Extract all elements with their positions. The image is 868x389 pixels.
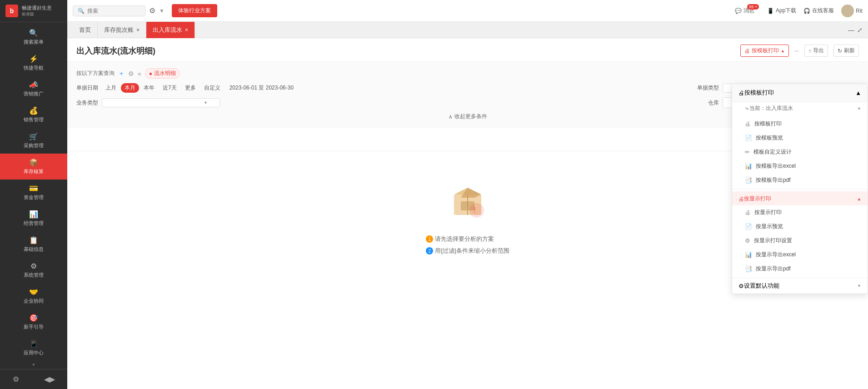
message-item[interactable]: 💬 消息 99 + [735, 7, 754, 15]
dropdown-item-template-custom[interactable]: ✏ 模板自定义设计 [732, 145, 868, 159]
sidebar-item-system[interactable]: ⚙ 系统管理 [0, 257, 67, 283]
tab-batch-account-label: 库存批次账 [104, 26, 134, 34]
display-export-pdf-icon: 📑 [745, 265, 752, 272]
search-icon: 🔍 [29, 29, 38, 37]
user-avatar [841, 5, 854, 17]
template-export-pdf-label: 按模板导出pdf [756, 176, 791, 184]
tab-minimize-icon[interactable]: — [848, 26, 854, 34]
template-print-chevron-up-icon: ▲ [781, 49, 785, 53]
settings-gear-icon[interactable]: ⚙ [13, 375, 19, 384]
search-label-text: 按以下方案查询 [76, 70, 115, 77]
template-custom-icon: ✏ [745, 149, 750, 155]
sidebar-item-sales[interactable]: 💰 销售管理 [0, 102, 67, 128]
display-print-settings-icon: ⚙ [745, 237, 750, 244]
basic-icon: 📋 [29, 236, 38, 244]
export-btn[interactable]: ↑ 导出 [804, 45, 828, 57]
user-profile-item[interactable]: Rit [841, 5, 863, 17]
dropdown-header-icon: 🖨 [738, 90, 744, 96]
topbar: 🔍 ⚙ ▼ 体验行业方案 💬 消息 99 + 📱 App下载 🎧 在线客服 [67, 0, 868, 22]
sidebar-label-business: 经营管理 [24, 220, 44, 227]
sidebar-item-quicknav[interactable]: ⚡ 快捷导航 [0, 50, 67, 76]
sidebar-item-business[interactable]: 📊 经营管理 [0, 205, 67, 231]
industry-btn[interactable]: 体验行业方案 [172, 4, 217, 17]
topbar-search-input[interactable] [87, 8, 140, 14]
finance-icon: 💳 [29, 184, 38, 193]
sidebar-label-inventory: 库存核算 [24, 168, 44, 175]
logo-icon: b [5, 5, 18, 17]
filter-tag[interactable]: ● 流水明细 [145, 68, 180, 79]
dropdown-item-display-export-excel[interactable]: 📊 按显示导出excel [732, 248, 868, 262]
dropdown-item-display-print-settings[interactable]: ⚙ 按显示打印设置 [732, 234, 868, 248]
app-download-item[interactable]: 📱 App下载 [767, 7, 796, 15]
default-settings-icon: ⚙ [738, 283, 744, 289]
dropdown-item-display-preview[interactable]: 📄 按显示预览 [732, 219, 868, 234]
tab-inventory-flow-close[interactable]: × [185, 27, 188, 33]
svg-text:!: ! [474, 205, 476, 214]
sidebar-item-guide[interactable]: 🎯 新手引导 [0, 309, 67, 335]
main-area: 🔍 ⚙ ▼ 体验行业方案 💬 消息 99 + 📱 App下载 🎧 在线客服 [67, 0, 868, 389]
search-left-chevron-icon[interactable]: « [138, 70, 141, 77]
sidebar-item-enterprise[interactable]: 🤝 企业协同 [0, 283, 67, 309]
tip1-text: 请先选择要分析的方案 [435, 235, 494, 243]
dropdown-header: 🖨 按模板打印 ▲ [732, 84, 868, 102]
tab-home[interactable]: 首页 [73, 22, 98, 38]
date-tab-more[interactable]: 更多 [181, 83, 200, 93]
phone-icon: 📱 [767, 8, 774, 14]
page-content: 出入库流水(流水明细) 🖨 按模板打印 ▲ ··· ↑ 导出 ↻ 刷新 [67, 38, 868, 389]
dropdown-item-display-export-pdf[interactable]: 📑 按显示导出pdf [732, 262, 868, 276]
display-export-excel-label: 按显示导出excel [756, 251, 796, 259]
template-print-btn[interactable]: 🖨 按模板打印 ▲ [740, 45, 789, 57]
online-service-item[interactable]: 🎧 在线客服 [803, 7, 834, 15]
dropdown-item-template-export-pdf[interactable]: 📑 按模板导出pdf [732, 173, 868, 187]
business-icon: 📊 [29, 210, 38, 219]
date-tab-thisyear[interactable]: 本年 [140, 83, 158, 93]
sidebar-item-marketing[interactable]: 📣 营销推广 [0, 76, 67, 102]
sidebar-label-sales: 销售管理 [24, 116, 44, 123]
more-options-icon[interactable]: ··· [794, 48, 799, 54]
marketing-icon: 📣 [29, 80, 38, 89]
refresh-btn[interactable]: ↻ 刷新 [833, 45, 859, 57]
sidebar-item-inventory[interactable]: 📦 库存核算 [0, 154, 67, 180]
dropdown-item-template-print[interactable]: 🖨 按模板打印 [732, 117, 868, 131]
dropdown-display-section: 🖨 按显示打印 ▲ 🖨 按显示打印 📄 按显示预览 ⚙ 按显示打印设置 [732, 190, 868, 278]
toggle-sidebar-icon[interactable]: ◀▶ [44, 375, 55, 384]
tab-batch-account[interactable]: 库存批次账 × [98, 22, 146, 38]
topbar-gear-icon[interactable]: ⚙ [149, 6, 155, 15]
template-export-excel-icon: 📊 [745, 163, 752, 170]
date-tab-thismonth[interactable]: 本月 [121, 83, 139, 93]
date-tab-lastmonth[interactable]: 上月 [102, 83, 120, 93]
date-tab-7days[interactable]: 近7天 [159, 83, 180, 93]
topbar-dropdown-icon[interactable]: ▼ [159, 8, 165, 14]
apps-icon: 📱 [29, 339, 38, 348]
search-add-btn[interactable]: ＋ [118, 70, 125, 78]
search-settings-icon[interactable]: ⚙ [128, 70, 134, 77]
sidebar-item-basic[interactable]: 📋 基础信息 [0, 231, 67, 257]
sidebar-label-quicknav: 快捷导航 [24, 65, 44, 71]
sidebar-item-search[interactable]: 🔍 搜索菜单 [0, 24, 67, 50]
topbar-right: 💬 消息 99 + 📱 App下载 🎧 在线客服 Rit [735, 5, 863, 17]
dropdown-default-section[interactable]: ⚙ 设置默认功能 ▼ [732, 278, 868, 294]
date-tab-custom[interactable]: 自定义 [200, 83, 224, 93]
dropdown-item-display-print[interactable]: 🖨 按显示打印 [732, 205, 868, 219]
sidebar-label-basic: 基础信息 [24, 246, 44, 253]
tab-expand-icon[interactable]: ⤢ [857, 26, 863, 34]
dropdown-template-section: 🖨 按模板打印 📄 按模板预览 ✏ 模板自定义设计 📊 按模板导出excel 📑 [732, 115, 868, 190]
current-template-chevron-down-icon: ▼ [857, 106, 861, 111]
export-label: 导出 [813, 47, 824, 55]
dropdown-item-template-export-excel[interactable]: 📊 按模板导出excel [732, 159, 868, 173]
quicknav-icon: ⚡ [29, 55, 38, 63]
sidebar-item-apps[interactable]: 📱 应用中心 [0, 335, 67, 360]
dropdown-display-section-header[interactable]: 🖨 按显示打印 ▲ [732, 191, 868, 205]
tab-inventory-flow[interactable]: 出入库流水 × [146, 22, 195, 38]
dropdown-item-template-preview[interactable]: 📄 按模板预览 [732, 131, 868, 145]
warehouse-label: 仓库 [708, 99, 719, 107]
app-download-label: App下载 [776, 7, 796, 15]
tab-batch-account-close[interactable]: × [136, 27, 140, 33]
sidebar-scroll-down[interactable]: ▼ [0, 360, 67, 369]
template-preview-label: 按模板预览 [756, 134, 783, 142]
biz-type-select[interactable]: ▼ [102, 98, 220, 107]
sidebar-label-search: 搜索菜单 [24, 39, 44, 45]
sidebar-item-finance[interactable]: 💳 资金管理 [0, 180, 67, 205]
topbar-search-box[interactable]: 🔍 [73, 5, 145, 16]
sidebar-item-purchase[interactable]: 🛒 采购管理 [0, 128, 67, 154]
